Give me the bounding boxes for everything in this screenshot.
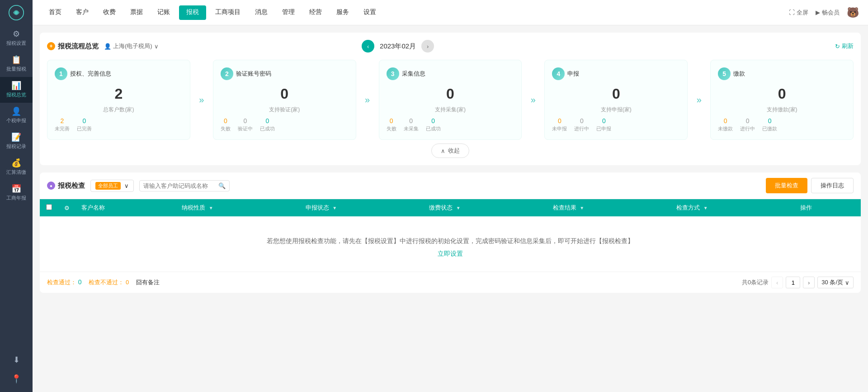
location-tag[interactable]: 👤 上海(电子税局) ∨ [104, 42, 159, 50]
table-scroll[interactable]: ⚙ 客户名称 纳税性质 ▼ 申报状态 [40, 199, 861, 272]
stat-val: 0 [580, 117, 584, 124]
nav-item-invoices[interactable]: 票据 [123, 0, 150, 25]
search-icon: 🔍 [218, 182, 226, 189]
setup-link[interactable]: 立即设置 [438, 250, 463, 257]
flow-arrow-2: » [356, 95, 379, 105]
sidebar-item-annual-report[interactable]: 📅 工商年报 [0, 180, 33, 206]
page-number-input[interactable] [786, 277, 800, 288]
operation-log-btn[interactable]: 操作日志 [811, 178, 854, 193]
nav-item-clients[interactable]: 客户 [69, 0, 96, 25]
col-settings: ⚙ [58, 199, 76, 216]
nav-item-settings[interactable]: 设置 [356, 0, 383, 25]
refresh-label: 刷新 [842, 42, 854, 50]
flow-card-3-sub: 支持采集(家) [387, 106, 514, 114]
collapse-btn[interactable]: ∧ 收起 [431, 143, 469, 158]
search-input[interactable] [143, 182, 216, 189]
per-page-select[interactable]: 30 条/页 ∨ [817, 277, 854, 288]
location-icon: 📍 [11, 375, 21, 383]
refresh-btn[interactable]: ↻ 刷新 [835, 42, 854, 50]
nav-item-home[interactable]: 首页 [42, 0, 69, 25]
nav-item-tax[interactable]: 报税 [179, 5, 206, 20]
settings-icon[interactable]: ⚙ [64, 205, 70, 211]
col-pay-status: 缴费状态 ▼ [424, 199, 547, 216]
sidebar-item-label: 工商年报 [6, 195, 26, 201]
nav-item-management[interactable]: 管理 [275, 0, 302, 25]
stat-label: 已申报 [596, 125, 611, 132]
sidebar-item-tax-overview[interactable]: 📊 报税总览 [0, 77, 33, 103]
flow-card-1: 1 授权、完善信息 2 总客户数(家) 2 未完善 0 已完善 [47, 60, 190, 140]
batch-check-btn[interactable]: 批量检查 [766, 178, 807, 193]
sidebar: ⚙ 报税设置 📋 批量报税 📊 报税总览 👤 个税申报 📝 报税记录 💰 汇算清… [0, 0, 33, 392]
failed-link[interactable]: 0 [126, 279, 129, 286]
nav-item-business[interactable]: 工商项目 [208, 0, 248, 25]
fullscreen-btn[interactable]: ⛶ 全屏 [789, 9, 808, 17]
stat-label: 失败 [387, 125, 396, 132]
flow-card-3-number: 0 [387, 86, 514, 102]
staff-tag: 全部员工 [95, 182, 121, 190]
sidebar-item-settlement[interactable]: 💰 汇算清缴 [0, 154, 33, 180]
stat-label: 进行中 [740, 125, 755, 132]
annual-report-icon: 📅 [11, 185, 21, 193]
stat-label: 已成功 [426, 125, 441, 132]
nav-item-services[interactable]: 服务 [329, 0, 356, 25]
flow-cards: 1 授权、完善信息 2 总客户数(家) 2 未完善 0 已完善 [47, 60, 854, 140]
sidebar-item-tax-settings[interactable]: ⚙ 报税设置 [0, 25, 33, 51]
stat-val: 0 [390, 117, 393, 124]
date-display: 2023年02月 [380, 42, 416, 51]
sidebar-item-location[interactable]: 📍 [0, 370, 33, 387]
date-prev-btn[interactable]: ‹ [362, 40, 374, 53]
staff-dropdown[interactable]: 全部员工 ∨ [90, 180, 134, 192]
col-check-method: 检查方式 ▼ [671, 199, 794, 216]
overview-title-icon: + [47, 42, 55, 50]
filter-icon[interactable]: ▼ [209, 206, 213, 210]
page-prev-btn[interactable]: ‹ [771, 277, 783, 288]
sidebar-item-batch-tax[interactable]: 📋 批量报税 [0, 51, 33, 77]
member-btn[interactable]: ▶ 畅会员 [816, 9, 840, 17]
passed-link[interactable]: 0 [78, 279, 82, 286]
filter-icon[interactable]: ▼ [580, 206, 584, 210]
flow-card-2-number: 0 [221, 86, 349, 102]
flow-card-2-stats: 0 失败 0 验证中 0 已成功 [221, 117, 349, 132]
stat-label: 验证中 [238, 125, 253, 132]
stat-val: 0 [265, 117, 269, 124]
flow-card-5-title: 5 缴款 [718, 67, 846, 80]
check-title-icon: ● [47, 182, 55, 190]
main-area: 首页 客户 收费 票据 记账 报税 工商项目 消息 管理 经营 服务 设置 ⛶ … [33, 0, 868, 392]
step-badge-1: 1 [55, 67, 67, 80]
check-header: ● 报税检查 全部员工 ∨ 🔍 批量检查 操作日志 [40, 172, 861, 199]
select-all-checkbox[interactable] [46, 204, 52, 210]
empty-row: 若您想使用报税检查功能，请先在【报税设置】中进行报税的初始化设置，完成密码验证和… [40, 216, 861, 272]
flow-card-4-number: 0 [552, 86, 680, 102]
stat-val: 0 [431, 117, 435, 124]
col-declare-status: 申报状态 ▼ [300, 199, 424, 216]
nav-item-messages[interactable]: 消息 [248, 0, 275, 25]
page-next-btn[interactable]: › [803, 277, 815, 288]
nav-item-operations[interactable]: 经营 [302, 0, 329, 25]
filter-icon[interactable]: ▼ [332, 206, 337, 210]
sidebar-item-label: 个税申报 [6, 117, 26, 124]
col-checkbox [40, 199, 58, 216]
filter-icon[interactable]: ▼ [456, 206, 461, 210]
filter-icon[interactable]: ▼ [703, 206, 708, 210]
tax-overview-icon: 📊 [11, 81, 21, 90]
stat-label: 未申报 [552, 125, 567, 132]
nav-item-accounting[interactable]: 记账 [150, 0, 177, 25]
date-next-btn[interactable]: › [421, 40, 434, 53]
check-actions: 批量检查 操作日志 [766, 178, 854, 193]
flow-card-3-stats: 0 失败 0 未采集 0 已成功 [387, 117, 514, 132]
stat-val: 2 [61, 117, 64, 124]
stat-item: 0 进行中 [574, 117, 589, 132]
topnav-right: ⛶ 全屏 ▶ 畅会员 🐻 [789, 7, 859, 19]
stat-item: 0 未缴款 [718, 117, 733, 132]
flow-card-5-number: 0 [718, 86, 846, 102]
nav-item-fees[interactable]: 收费 [96, 0, 123, 25]
settlement-icon: 💰 [11, 159, 21, 167]
per-page-chevron-icon: ∨ [845, 279, 849, 286]
flow-card-4-title: 4 申报 [552, 67, 680, 80]
check-section: ● 报税检查 全部员工 ∨ 🔍 批量检查 操作日志 [40, 172, 861, 293]
sidebar-item-download[interactable]: ⬇ [0, 351, 33, 368]
sidebar-item-personal-tax[interactable]: 👤 个税申报 [0, 103, 33, 129]
sidebar-item-tax-records[interactable]: 📝 报税记录 [0, 129, 33, 154]
flow-card-4-stats: 0 未申报 0 进行中 0 已申报 [552, 117, 680, 132]
user-avatar[interactable]: 🐻 [847, 7, 859, 19]
